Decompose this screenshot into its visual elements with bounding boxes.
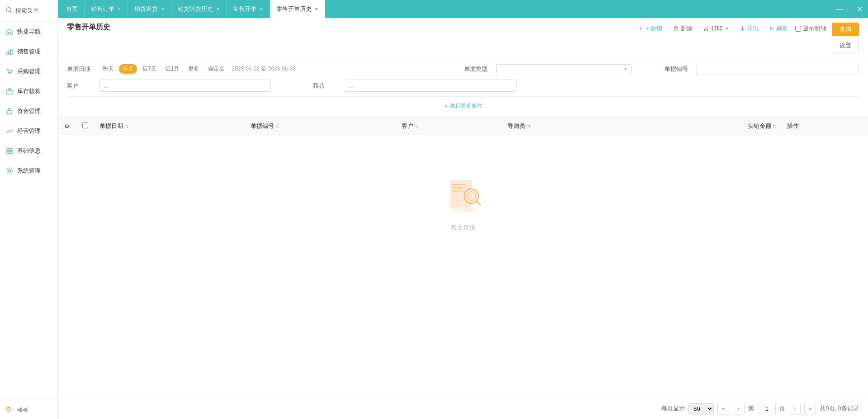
th-guide-label: 导购员 (508, 122, 525, 129)
first-page-btn[interactable]: « (717, 403, 729, 414)
sort-guide-icon: ⇅ (527, 124, 531, 129)
last7-btn[interactable]: 近7天 (139, 64, 160, 74)
add-button[interactable]: ＋ + 新增 (634, 23, 666, 34)
table-checkbox-th[interactable] (76, 118, 94, 135)
customer-input[interactable]: ... (99, 80, 271, 92)
sidebar-item-operations[interactable]: 经营管理 (0, 121, 57, 141)
last-page-btn[interactable]: » (804, 403, 816, 414)
next-page-btn[interactable]: › (789, 403, 801, 414)
tab-bar-actions: — □ ✕ (836, 5, 866, 14)
doc-type-select[interactable]: ▼ (496, 64, 632, 74)
delete-button[interactable]: 🗑 删除 (669, 23, 696, 34)
svg-line-21 (476, 201, 480, 205)
page-suffix: 页 (779, 405, 785, 413)
tab-sales-order[interactable]: 销售订单 ✕ (85, 0, 128, 18)
empty-row: 暂无数据 (58, 135, 868, 268)
show-detail-checkbox[interactable]: 显示明细 (795, 24, 826, 33)
sidebar-item-sys-mgmt[interactable]: 系统管理 (0, 161, 57, 181)
table-settings-th[interactable]: ⚙ (58, 118, 76, 135)
refresh-icon: ↻ (769, 25, 774, 32)
page-input[interactable] (758, 404, 776, 414)
pagination: 每页显示 50 20 100 « ‹ 第 页 › » 共0页, 0条记录 (58, 398, 868, 419)
th-doc-no[interactable]: 单据编号 ⇅ (245, 118, 396, 135)
settings-icon[interactable]: ⚙ (64, 123, 70, 130)
show-detail-check[interactable] (795, 26, 801, 32)
print-button[interactable]: 🖨 打印 ▼ (700, 23, 733, 34)
doc-no-input[interactable] (697, 63, 859, 75)
sidebar-item-label: 经营管理 (17, 127, 41, 135)
filter-row-1: 单据日期 昨天 今天 近7天 近1月 更多 自定义 2023-06-02 至 2… (67, 63, 859, 75)
tab-home[interactable]: 首页 (60, 0, 85, 18)
search-icon (5, 6, 13, 15)
page-title: 零售开单历史 (67, 23, 110, 32)
sidebar: 搜索采单 快捷导航 销售管理 采购管理 (0, 0, 58, 419)
collapse-more-btn[interactable]: ∧ 收起更多条件 (67, 100, 859, 112)
th-actual-amount[interactable]: 实销金额 ⇅ (631, 118, 782, 135)
th-customer-label: 客户 (402, 122, 413, 129)
sort-doc-no-icon: ⇅ (275, 124, 279, 129)
sidebar-item-purchase-mgmt[interactable]: 采购管理 (0, 61, 57, 81)
select-all-checkbox[interactable] (82, 122, 88, 128)
data-table: ⚙ 单据日期 ⇅ 单据编号 ⇅ 客户 ⇅ (58, 118, 868, 268)
export-button[interactable]: ⬇ 导出 (736, 23, 762, 34)
print-icon: 🖨 (703, 25, 709, 32)
gear-icon[interactable]: ⚙ (5, 405, 12, 414)
lock-icon (5, 107, 14, 115)
svg-rect-2 (7, 52, 8, 54)
per-page-label: 每页显示 (661, 405, 685, 413)
add-icon: ＋ (638, 24, 644, 33)
tab-retail-open-close[interactable]: ✕ (259, 6, 263, 12)
tab-sales-return-history[interactable]: 销货退货历史 ✕ (171, 0, 227, 18)
yesterday-btn[interactable]: 昨天 (99, 64, 117, 74)
total-text: 共0页, 0条记录 (820, 405, 859, 413)
th-customer[interactable]: 客户 ⇅ (396, 118, 503, 135)
sidebar-item-label: 系统管理 (17, 167, 41, 175)
th-actions: 操作 (782, 118, 868, 135)
tab-window-restore[interactable]: □ (848, 5, 852, 13)
tab-sales-return[interactable]: 销货退货 ✕ (128, 0, 171, 18)
svg-rect-3 (9, 51, 10, 54)
th-doc-date[interactable]: 单据日期 ⇅ (94, 118, 245, 135)
prev-page-btn[interactable]: ‹ (733, 403, 745, 414)
th-guide[interactable]: 导购员 ⇅ (502, 118, 631, 135)
refresh-button[interactable]: ↻ 刷新 (766, 23, 792, 34)
sort-doc-date-icon: ⇅ (125, 124, 128, 129)
tab-sales-return-history-close[interactable]: ✕ (216, 6, 220, 12)
svg-rect-7 (7, 90, 12, 94)
query-button[interactable]: 查询 (832, 23, 859, 36)
box-icon (5, 87, 14, 95)
sidebar-item-basic-info[interactable]: 基础信息 (0, 141, 57, 161)
shopping-icon (5, 67, 14, 75)
svg-rect-11 (7, 151, 9, 154)
tab-retail-open[interactable]: 零售开单 ✕ (227, 0, 270, 18)
tab-sales-order-close[interactable]: ✕ (117, 6, 121, 12)
sidebar-search[interactable]: 搜索采单 (0, 0, 57, 22)
tab-window-minimize[interactable]: — (836, 5, 843, 13)
svg-rect-18 (452, 190, 465, 192)
customer-filter-label: 客户 (67, 82, 92, 90)
chevron-up-icon: ∧ (444, 103, 448, 109)
sidebar-bottom: ⚙ ◀◀ (0, 399, 57, 419)
main-content: 首页 销售订单 ✕ 销货退货 ✕ 销货退货历史 ✕ 零售开单 ✕ 零售开单历史 … (58, 0, 868, 419)
tab-window-close[interactable]: ✕ (857, 5, 863, 14)
sidebar-item-finance[interactable]: 资金管理 (0, 101, 57, 121)
per-page-select[interactable]: 50 20 100 (688, 403, 714, 414)
collapse-sidebar-icon[interactable]: ◀◀ (16, 405, 27, 414)
sidebar-item-inventory[interactable]: 库存核算 (0, 81, 57, 101)
svg-point-14 (450, 207, 477, 212)
setting-button[interactable]: 设置 (832, 39, 859, 52)
tab-retail-open-history-close[interactable]: ✕ (314, 6, 318, 12)
table-header-row: ⚙ 单据日期 ⇅ 单据编号 ⇅ 客户 ⇅ (58, 118, 868, 135)
today-btn[interactable]: 今天 (119, 64, 137, 74)
tab-retail-open-history[interactable]: 零售开单历史 ✕ (270, 0, 325, 18)
tab-sales-return-close[interactable]: ✕ (161, 6, 165, 12)
sidebar-item-quick-nav[interactable]: 快捷导航 (0, 22, 57, 42)
more-btn[interactable]: 更多 (185, 64, 203, 74)
goods-input[interactable]: ... (345, 80, 517, 92)
last-month-btn[interactable]: 近1月 (162, 64, 183, 74)
table-container: ⚙ 单据日期 ⇅ 单据编号 ⇅ 客户 ⇅ (58, 118, 868, 398)
sidebar-item-label: 基础信息 (17, 147, 41, 155)
custom-btn[interactable]: 自定义 (204, 64, 228, 74)
sidebar-item-label: 快捷导航 (17, 28, 41, 36)
sidebar-item-sales-mgmt[interactable]: 销售管理 (0, 42, 57, 61)
